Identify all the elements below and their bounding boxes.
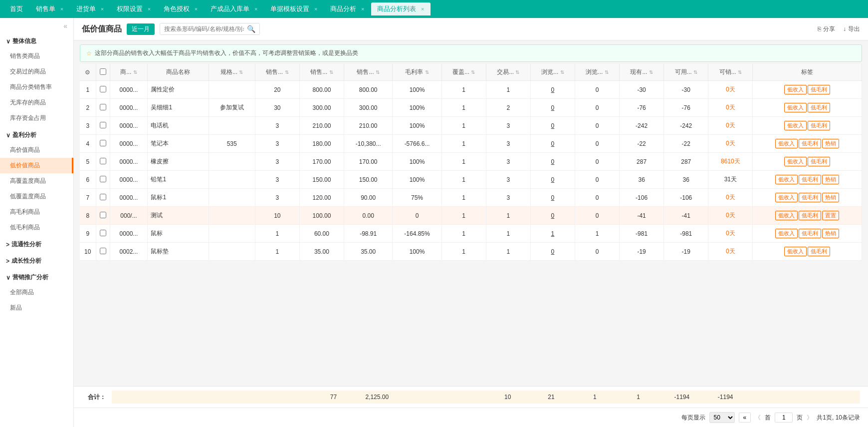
sidebar-item-stock-fund[interactable]: 库存资金占用 <box>0 110 73 126</box>
sidebar-group-flow[interactable]: > 流通性分析 <box>0 235 73 252</box>
browse1-link[interactable]: 0 <box>551 122 555 129</box>
browse1-link[interactable]: 0 <box>551 176 555 183</box>
first-page-btn[interactable]: « <box>739 413 751 423</box>
row-browse1[interactable]: 0 <box>530 135 575 153</box>
row-browse1[interactable]: 1 <box>530 225 575 243</box>
sidebar-collapse-btn[interactable]: « <box>61 22 69 30</box>
close-permissions-icon[interactable]: × <box>148 6 151 12</box>
settings-icon[interactable]: ⚙ <box>85 69 90 76</box>
col-browse1-header[interactable]: 浏览... ⇅ <box>530 64 575 81</box>
sidebar-item-high-coverage[interactable]: 高覆盖度商品 <box>0 173 73 189</box>
nav-sales[interactable]: 销售单 × <box>30 2 69 15</box>
row-checkbox-cell[interactable] <box>96 81 110 99</box>
row-checkbox-cell[interactable] <box>96 171 110 189</box>
row-browse1[interactable]: 0 <box>530 153 575 171</box>
sidebar-item-category-sales[interactable]: 商品分类销售率 <box>0 79 73 95</box>
close-analysis-list-icon[interactable]: × <box>421 6 424 12</box>
sidebar-item-low-value[interactable]: 低价值商品 <box>0 158 73 173</box>
col-s2-header[interactable]: 销售... ⇅ <box>299 64 344 81</box>
search-input[interactable] <box>164 25 244 32</box>
close-stockin-icon[interactable]: × <box>254 6 257 12</box>
select-all-checkbox[interactable] <box>100 68 106 75</box>
row-checkbox[interactable] <box>100 212 106 218</box>
row-checkbox[interactable] <box>100 176 106 182</box>
sidebar-item-no-stock[interactable]: 无库存的商品 <box>0 95 73 110</box>
sidebar-item-new-goods[interactable]: 新品 <box>0 300 73 316</box>
sidebar-group-profit[interactable]: ∨ 盈利分析 <box>0 126 73 142</box>
col-browse2-header[interactable]: 浏览... ⇅ <box>575 64 619 81</box>
row-browse1[interactable]: 0 <box>530 243 575 261</box>
col-name-header[interactable]: 商品名称 <box>148 64 209 81</box>
browse1-link[interactable]: 0 <box>551 158 555 165</box>
row-checkbox[interactable] <box>100 230 106 236</box>
page-number-input[interactable] <box>775 413 793 423</box>
col-cur-header[interactable]: 现有... ⇅ <box>620 64 664 81</box>
row-checkbox[interactable] <box>100 104 106 110</box>
row-checkbox-cell[interactable] <box>96 99 110 117</box>
close-purchase-icon[interactable]: × <box>101 6 104 12</box>
row-browse1[interactable]: 0 <box>530 99 575 117</box>
browse1-link[interactable]: 0 <box>551 212 555 219</box>
row-checkbox-cell[interactable] <box>96 153 110 171</box>
search-icon[interactable]: 🔍 <box>247 25 255 33</box>
nav-roles[interactable]: 角色授权 × <box>158 2 204 15</box>
browse1-link[interactable]: 0 <box>551 86 555 93</box>
export-btn[interactable]: ↓ 导出 <box>843 25 860 33</box>
nav-stockin[interactable]: 产成品入库单 × <box>205 2 263 15</box>
browse1-link[interactable]: 0 <box>551 194 555 201</box>
sidebar-item-low-coverage[interactable]: 低覆盖度商品 <box>0 189 73 204</box>
col-settings[interactable]: ⚙ <box>80 64 96 81</box>
col-spec-header[interactable]: 规格... ⇅ <box>209 64 255 81</box>
row-checkbox[interactable] <box>100 86 106 92</box>
row-checkbox-cell[interactable] <box>96 243 110 261</box>
col-s3-header[interactable]: 销售... ⇅ <box>344 64 393 81</box>
row-checkbox-cell[interactable] <box>96 189 110 207</box>
per-page-select[interactable]: 50 100 200 <box>709 412 735 423</box>
browse1-link[interactable]: 1 <box>551 230 555 237</box>
close-sales-icon[interactable]: × <box>60 6 63 12</box>
row-checkbox-cell[interactable] <box>96 135 110 153</box>
close-template-icon[interactable]: × <box>314 6 317 12</box>
sidebar-group-growth[interactable]: > 成长性分析 <box>0 252 73 268</box>
close-analysis-icon[interactable]: × <box>361 6 364 12</box>
sidebar-item-sales-goods[interactable]: 销售类商品 <box>0 48 73 64</box>
filter-period-btn[interactable]: 近一月 <box>127 23 155 35</box>
row-browse1[interactable]: 0 <box>530 81 575 99</box>
col-days-header[interactable]: 可销... ⇅ <box>708 64 753 81</box>
row-checkbox[interactable] <box>100 248 106 254</box>
row-checkbox[interactable] <box>100 194 106 200</box>
browse1-link[interactable]: 0 <box>551 104 555 111</box>
col-cov-header[interactable]: 覆盖... ⇅ <box>441 64 486 81</box>
nav-analysis[interactable]: 商品分析 × <box>324 2 370 15</box>
nav-home[interactable]: 首页 <box>4 2 29 15</box>
sidebar-item-traded-goods[interactable]: 交易过的商品 <box>0 64 73 79</box>
row-checkbox-cell[interactable] <box>96 117 110 135</box>
nav-purchase[interactable]: 进货单 × <box>70 2 110 15</box>
col-checkbox[interactable] <box>96 64 110 81</box>
sidebar-group-overview[interactable]: ∨ 整体信息 <box>0 32 73 48</box>
col-trade-header[interactable]: 交易... ⇅ <box>486 64 530 81</box>
browse1-link[interactable]: 0 <box>551 248 555 255</box>
table-container[interactable]: ⚙ 商... ⇅ 商品名称 规格... ⇅ 销售... ⇅ 销售... ⇅ 销售… <box>74 64 868 386</box>
sidebar-group-marketing[interactable]: ∨ 营销推广分析 <box>0 268 73 285</box>
close-roles-icon[interactable]: × <box>195 6 198 12</box>
row-browse1[interactable]: 0 <box>530 117 575 135</box>
row-checkbox[interactable] <box>100 122 106 128</box>
browse1-link[interactable]: 0 <box>551 140 555 147</box>
col-avail-header[interactable]: 可用... ⇅ <box>664 64 708 81</box>
sidebar-item-low-margin[interactable]: 低毛利商品 <box>0 220 73 235</box>
col-code-header[interactable]: 商... ⇅ <box>110 64 148 81</box>
row-checkbox-cell[interactable] <box>96 207 110 225</box>
nav-analysis-list[interactable]: 商品分析列表 × <box>371 2 430 15</box>
sidebar-item-high-value[interactable]: 高价值商品 <box>0 142 73 158</box>
nav-template[interactable]: 单据模板设置 × <box>264 2 323 15</box>
col-s1-header[interactable]: 销售... ⇅ <box>255 64 299 81</box>
row-checkbox[interactable] <box>100 140 106 146</box>
col-rate-header[interactable]: 毛利率 ⇅ <box>393 64 441 81</box>
nav-permissions[interactable]: 权限设置 × <box>111 2 157 15</box>
sidebar-item-all-goods[interactable]: 全部商品 <box>0 285 73 300</box>
row-browse1[interactable]: 0 <box>530 171 575 189</box>
row-browse1[interactable]: 0 <box>530 189 575 207</box>
row-checkbox-cell[interactable] <box>96 225 110 243</box>
row-checkbox[interactable] <box>100 158 106 164</box>
